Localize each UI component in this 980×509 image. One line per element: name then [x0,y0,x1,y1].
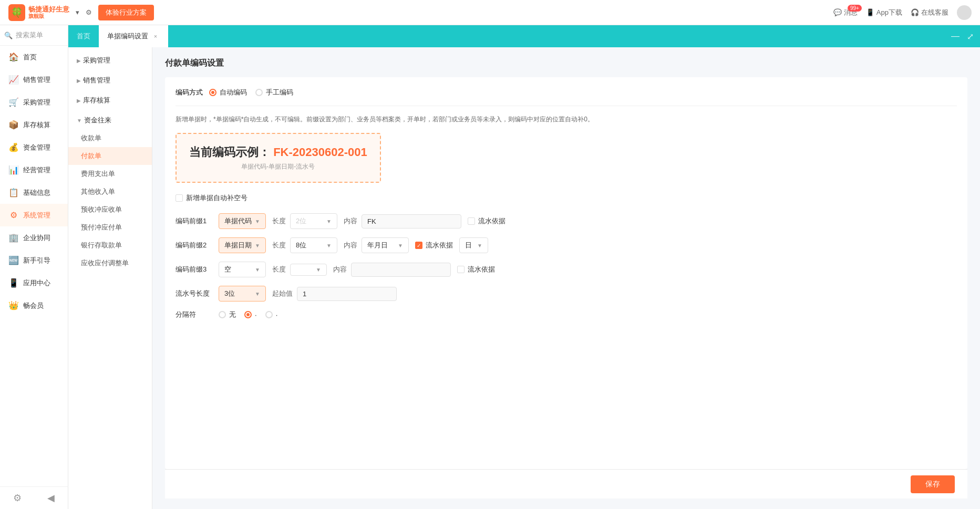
sidebar-settings-btn[interactable]: ⚙ [13,492,22,504]
sub-sidebar-purchase-label: 采购管理 [83,56,110,65]
tab-active[interactable]: 单据编码设置 × [99,25,168,47]
content3-input[interactable] [351,263,451,277]
length2-select[interactable]: 8位 ▼ [290,237,337,253]
serial2-label: 流水依据 [426,241,453,250]
sidebar-item-purchase[interactable]: 🛒 采购管理 [0,91,68,113]
tab-bar: 首页 单据编码设置 × — ⤢ [68,25,980,47]
content2-select[interactable]: 年月日 ▼ [362,237,409,253]
chevron-down-icon: ▼ [326,219,332,224]
sidebar-item-operations[interactable]: 📊 经营管理 [0,159,68,181]
sub-sidebar-sales-title[interactable]: ▶ 销售管理 [68,71,152,89]
sidebar-item-guide[interactable]: 🆕 新手引导 [0,249,68,272]
sub-sidebar-item-other-income[interactable]: 其他收入单 [68,183,152,201]
length3-select[interactable]: ▼ [290,264,327,276]
home-icon: 🏠 [8,52,19,62]
sub-sidebar-item-ar-ap-adjust[interactable]: 应收应付调整单 [68,254,152,272]
serial3-checkbox[interactable] [457,266,465,273]
main-content: 付款单编码设置 编码方式 自动编码 [152,47,980,509]
separator-dot2-btn[interactable] [265,311,273,318]
serial2-check[interactable]: ✓ 流水依据 [415,241,453,250]
content1-input[interactable] [362,214,461,228]
sub-sidebar-group-capital: ▼ 资金往来 收款单 付款单 费用支出单 其他收入单 预收冲应收单 预付冲应付单… [68,111,152,272]
serial3-label: 流水依据 [468,265,495,274]
sub-sidebar-purchase-title[interactable]: ▶ 采购管理 [68,51,152,69]
separator-none-radio[interactable]: 无 [219,310,236,319]
serial2-unit-select[interactable]: 日 ▼ [459,237,488,253]
tab-home-label: 首页 [77,32,90,41]
separator-dot-btn[interactable] [244,311,252,318]
sidebar-item-apps[interactable]: 📱 应用中心 [0,272,68,294]
chevron-down-icon: ▼ [316,267,321,273]
app-download-label: App下载 [876,8,902,17]
serial2-checkbox[interactable]: ✓ [415,242,422,249]
prefix2-label: 编码前缀2 [176,241,212,250]
chevron-down-icon: ▼ [398,243,403,248]
sidebar-item-home[interactable]: 🏠 首页 [0,46,68,68]
sub-sidebar-item-receipt[interactable]: 收款单 [68,129,152,147]
separator-dot2-radio[interactable]: · [265,311,278,319]
serial3-check[interactable]: 流水依据 [457,265,495,274]
auto-fill-row: 新增单据自动补空号 [176,193,957,203]
settings-btn[interactable]: ⚙ [86,8,92,16]
length1-select[interactable]: 2位 ▼ [290,213,337,229]
sidebar-item-system[interactable]: ⚙ 系统管理 [0,204,68,226]
auto-code-radio-btn[interactable] [209,89,216,96]
prefix3-select[interactable]: 空 ▼ [219,262,266,277]
serial1-checkbox[interactable] [468,217,475,225]
tab-minimize-icon[interactable]: — [949,29,962,43]
chevron-down-icon: ▼ [255,243,260,248]
sub-sidebar-capital-title[interactable]: ▼ 资金往来 [68,111,152,129]
gear-icon: ⚙ [86,8,92,16]
sub-sidebar-item-bank[interactable]: 银行存取款单 [68,236,152,254]
sidebar-item-member[interactable]: 👑 畅会员 [0,294,68,317]
service-icon: 🎧 [911,8,919,16]
prefix1-select[interactable]: 单据代码 ▼ [219,213,266,229]
nav-dropdown-btn[interactable]: ▾ [76,8,79,16]
tab-home[interactable]: 首页 [68,25,99,47]
manual-code-radio[interactable]: 手工编码 [255,88,293,97]
sub-sidebar-item-advance-offset[interactable]: 预付冲应付单 [68,219,152,236]
sub-sidebar-inventory-title[interactable]: ▶ 库存核算 [68,91,152,109]
sub-sidebar-item-prepay-offset[interactable]: 预收冲应收单 [68,201,152,219]
inventory-icon: 📦 [8,120,19,130]
sidebar-item-basic[interactable]: 📋 基础信息 [0,181,68,204]
sidebar-item-label: 企业协同 [23,233,50,243]
start-value-input[interactable] [297,287,397,301]
separator-row: 分隔符 无 · [176,310,957,319]
tab-expand-icon[interactable]: ⤢ [965,29,976,44]
save-button[interactable]: 保存 [911,475,955,493]
sidebar-item-finance[interactable]: 💰 资金管理 [0,136,68,159]
app-download-btn[interactable]: 📱 App下载 [866,8,902,17]
auto-fill-checkbox[interactable] [176,194,183,202]
online-service-btn[interactable]: 🎧 在线客服 [911,8,948,17]
prefix-row-1: 编码前缀1 单据代码 ▼ 长度 2位 ▼ [176,213,957,229]
manual-code-radio-btn[interactable] [255,89,263,96]
sidebar-item-enterprise[interactable]: 🏢 企业协同 [0,226,68,249]
sidebar-item-sales[interactable]: 📈 销售管理 [0,68,68,91]
separator-none-btn[interactable] [219,311,226,318]
sub-sidebar-item-payment[interactable]: 付款单 [68,147,152,165]
chevron-down-icon: ▼ [255,219,260,224]
top-bar-left: 🍀 畅捷通好生意 旗舰版 ▾ ⚙ 体验行业方案 [8,4,154,21]
purchase-icon: 🛒 [8,97,19,107]
separator-dot-radio[interactable]: · [244,311,257,319]
industry-btn[interactable]: 体验行业方案 [98,5,154,20]
prefix2-select[interactable]: 单据日期 ▼ [219,237,266,253]
auto-code-radio[interactable]: 自动编码 [209,88,247,97]
sidebar-item-inventory[interactable]: 📦 库存核算 [0,113,68,136]
prefix1-value: 单据代码 [224,216,252,226]
sidebar-item-label: 新手引导 [23,256,50,265]
sub-sidebar-sales-label: 销售管理 [83,76,110,85]
sub-sidebar-item-expense[interactable]: 费用支出单 [68,165,152,183]
serial-length-select[interactable]: 3位 ▼ [219,286,266,302]
message-btn[interactable]: 💬 消息 99+ [833,8,858,17]
search-label: 搜索菜单 [16,30,43,40]
serial1-check[interactable]: 流水依据 [468,216,506,226]
user-avatar[interactable] [957,5,972,20]
sub-sidebar: ▶ 采购管理 ▶ 销售管理 ▶ 库存核算 [68,47,152,509]
sidebar-collapse-btn[interactable]: ◀ [47,492,55,504]
tab-close-btn[interactable]: × [151,32,160,40]
sidebar-search[interactable]: 🔍 搜索菜单 [0,25,68,46]
sidebar-item-label: 销售管理 [23,75,50,85]
message-icon: 💬 [833,8,842,16]
